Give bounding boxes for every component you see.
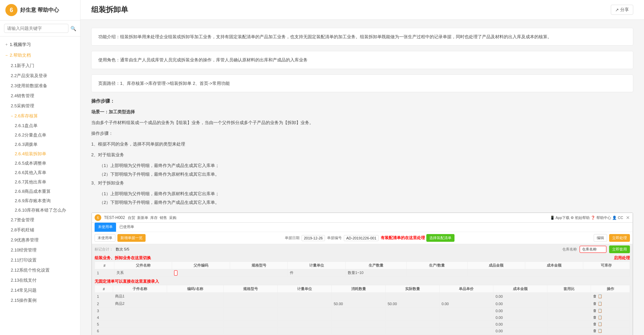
minus-icon: − xyxy=(5,53,8,58)
search-icon[interactable]: 🔍 xyxy=(70,26,76,31)
share-button[interactable]: ↗ 分享 xyxy=(611,5,633,15)
mock-tabs: 末使用单 已使用单 xyxy=(92,223,633,232)
mock-count-value: 数次 5/5 xyxy=(116,247,129,252)
sidebar-item-2.6.3[interactable]: 2.6.3调拨单 xyxy=(0,140,80,149)
annotation5-text: 无固定清单可以直接在这里直接录入 xyxy=(95,279,159,284)
mock-upper-th-6: 生产/数量 xyxy=(406,262,467,269)
mock-date-value[interactable]: 2019-12-26 xyxy=(302,235,325,241)
sidebar-item-2.11[interactable]: 2.11打印设置 xyxy=(0,255,80,265)
table-row: 40.00🗑 📋 xyxy=(95,314,630,321)
mock-toolbar-right: 编辑 立即处理 xyxy=(594,234,630,242)
mock-btn-new[interactable]: 末使用单 xyxy=(95,234,115,242)
mock-lower-r1-9 xyxy=(547,293,591,300)
mock-upper-td-9 xyxy=(583,269,630,277)
path-block: 页面路径：1、库存核算->库存管理->组装拆卸单 2、首页->常用功能 xyxy=(91,74,633,92)
sidebar-item-2.13[interactable]: 2.13在线支付 xyxy=(0,275,80,285)
mock-lower-r1-3 xyxy=(224,293,278,300)
annotation5-area: 无固定清单可以直接在这里直接录入 xyxy=(92,278,633,285)
steps-heading: 操作步骤： xyxy=(91,98,633,104)
mock-titlebar-right: 📱 App下载 ⚙ 初始帮助 ❓ 帮助中心 👤 CC ✕ xyxy=(550,215,630,220)
mock-nav-item-1[interactable]: 自贸 xyxy=(128,215,135,220)
step3-2: （2）下部明细为子件明细，最终作为产成品生成其它入库单。 xyxy=(99,198,633,207)
mock-lower-r1-4 xyxy=(278,293,332,300)
site-title: 好生意 帮助中心 xyxy=(20,7,59,14)
mock-lower-th-8: 成本金额 xyxy=(493,285,547,293)
sidebar-item-2.5[interactable]: 2.5采购管理 xyxy=(0,101,80,111)
sidebar-item-2.6.1[interactable]: 2.6.1盘点单 xyxy=(0,121,80,130)
sidebar-item-2.8[interactable]: 2.8手机旺铺 xyxy=(0,225,80,235)
mock-number-value[interactable]: AD-20191226-001 xyxy=(344,235,379,241)
mock-lower-r2-1: 商品2 xyxy=(113,300,167,308)
mock-upper-td-2 xyxy=(172,269,230,277)
mock-upper-td-6 xyxy=(406,269,467,277)
mock-btn-confirm[interactable]: 选择装配清单 xyxy=(426,234,454,242)
mock-tab-1[interactable]: 末使用单 xyxy=(95,223,116,232)
mock-lower-r1-8: 0.00 xyxy=(493,293,547,300)
mock-upper-th-1: 父件名称 xyxy=(114,262,172,269)
sidebar-item-2.6.9[interactable]: 2.6.9库存账本查询 xyxy=(0,196,80,206)
mock-lower-r2-2 xyxy=(167,300,223,308)
intro-text: 功能介绍：组装拆卸单用来处理企业组装或拆卸等加工业务，支持有固定装配清单的产品加… xyxy=(98,33,626,41)
sidebar-item-2.12[interactable]: 2.12系统个性化设置 xyxy=(0,265,80,275)
sidebar-item-2.15[interactable]: 2.15操作案例 xyxy=(0,295,80,305)
mock-btn-submit[interactable]: 立即处理 xyxy=(609,234,630,242)
mock-title: TEST-H002 xyxy=(104,215,125,220)
sidebar-item-2.6.7[interactable]: 2.6.7其他出库单 xyxy=(0,177,80,187)
mock-nav-item-3[interactable]: 库存 xyxy=(150,215,158,220)
mock-lower-th-4: 计量单位 xyxy=(278,285,332,293)
sidebar-item-2.3[interactable]: 2.3使用前数据准备 xyxy=(0,81,80,91)
mock-lower-th-1: 子件名称 xyxy=(113,285,167,293)
mock-upper-table-header: # 父件名称 父件编码 规格型号 计量单位 生产数量 生产/数量 成品金额 成本… xyxy=(95,262,630,269)
step2-1: （1）上部明细为父件明细，最终作为产成品生成其它入库单； xyxy=(99,161,633,170)
mock-nav: 自贸 新新单 库存 销售 采购 xyxy=(128,215,176,220)
sidebar-item-2.6.6[interactable]: 2.6.6其他入库单 xyxy=(0,168,80,177)
mock-form-middle: 单据日期 2019-12-26 单据编号 AD-20191226-001 有装配… xyxy=(285,234,454,242)
mock-warehouse-input[interactable]: 仓库名称 xyxy=(580,246,606,253)
sidebar-item-docs[interactable]: − 2.帮助文档 xyxy=(0,50,80,61)
sidebar-item-2.6.8[interactable]: 2.6.8商品成本重算 xyxy=(0,187,80,196)
sidebar-item-2.1[interactable]: 2.1新手入门 xyxy=(0,61,80,71)
mock-toolbar-left: 末使用单 新增单据一览 xyxy=(95,234,146,242)
mock-close-icon[interactable]: ✕ xyxy=(626,215,630,220)
annotation1-text: 有装配清单的在这里处理 xyxy=(381,235,425,241)
mock-count-label: 标记合计： xyxy=(95,247,113,252)
sidebar-item-2.6.5[interactable]: 2.6.5成本调整单 xyxy=(0,159,80,168)
mock-upper-td-1: 关系 xyxy=(114,269,172,277)
sidebar-item-2.6.4[interactable]: 2.6.4组装拆卸单 xyxy=(0,149,80,159)
sidebar-item-2.6.2[interactable]: 2.6.2分量盘点单 xyxy=(0,130,80,140)
mock-nav-item-5[interactable]: 采购 xyxy=(169,215,176,220)
mock-btn-apply[interactable]: 立即套用 xyxy=(609,245,630,253)
search-box: 🔍 xyxy=(0,20,80,37)
sidebar-item-2.9[interactable]: 2.9优惠券管理 xyxy=(0,235,80,245)
annotation3-text: 组装业务、拆卸业务在这里切换 xyxy=(95,255,151,261)
sidebar-item-2.6[interactable]: − 2.6库存核算 xyxy=(0,111,80,121)
mock-lower-r1-0: 1 xyxy=(95,293,113,300)
mock-inline-input[interactable] xyxy=(174,270,177,276)
mock-form-right: 仓库名称 仓库名称 立即套用 xyxy=(562,245,630,253)
search-input[interactable] xyxy=(4,24,68,33)
mock-upper-th-7: 成品金额 xyxy=(467,262,525,269)
sidebar-item-2.14[interactable]: 2.14常见问题 xyxy=(0,285,80,295)
mock-app-icons: 📱 App下载 ⚙ 初始帮助 ❓ 帮助中心 👤 CC xyxy=(550,215,623,220)
sidebar-item-2.7[interactable]: 2.7资金管理 xyxy=(0,215,80,225)
mock-lower-r1-10: 🗑 📋 xyxy=(591,293,630,300)
mock-nav-item-4[interactable]: 销售 xyxy=(160,215,167,220)
step3: 3、对于拆卸业务 xyxy=(91,179,633,187)
mock-btn-new2[interactable]: 新增单据一览 xyxy=(117,234,146,242)
sidebar-item-2.6.10[interactable]: 2.6.10库存账本错了怎么办 xyxy=(0,206,80,215)
mock-lower-r2-3 xyxy=(224,300,278,308)
mock-lower-r1-6 xyxy=(385,293,439,300)
mock-btn-edit[interactable]: 编辑 xyxy=(594,234,607,242)
step2: 2、对于组装业务 xyxy=(91,151,633,159)
mock-lower-r2-8: 0.00 xyxy=(493,300,547,308)
mock-upper-td-3 xyxy=(230,269,288,277)
mock-tab-2[interactable]: 已使用单 xyxy=(116,223,138,232)
sidebar-item-2.2[interactable]: 2.2产品安装及登录 xyxy=(0,71,80,81)
logo-icon: 6 xyxy=(5,4,17,16)
sidebar-item-2.10[interactable]: 2.10经营管理 xyxy=(0,245,80,255)
sidebar-item-2.4[interactable]: 2.4销售管理 xyxy=(0,91,80,101)
mock-form-row: 标记合计： 数次 5/5 仓库名称 仓库名称 立即套用 xyxy=(92,244,633,255)
annotation4-text: 启用处理 xyxy=(614,255,630,261)
mock-nav-item-2[interactable]: 新新单 xyxy=(137,215,148,220)
sidebar-item-videos[interactable]: + 1.视频学习 xyxy=(0,39,80,50)
